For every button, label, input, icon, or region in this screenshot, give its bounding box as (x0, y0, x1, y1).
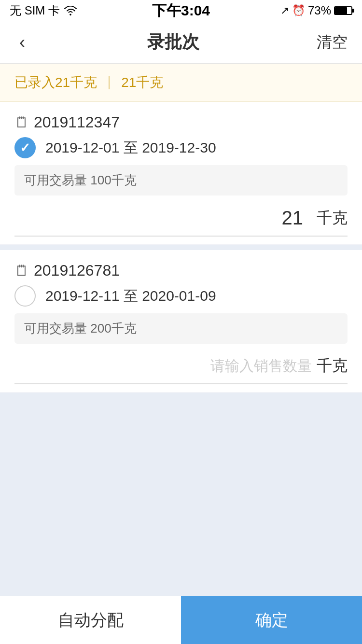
batch2-id: 2019126781 (34, 262, 120, 280)
batch1-unit: 千克 (317, 208, 348, 229)
summary-banner: 已录入21千克 21千克 (0, 64, 362, 102)
batch2-icon: 🗒 (14, 263, 29, 279)
summary-label: 已录入21千克 (14, 73, 97, 92)
status-bar-right: ↗ ⏰ 73% (280, 4, 352, 17)
page-title: 录批次 (147, 30, 199, 54)
batch1-icon: 🗒 (14, 114, 29, 131)
batch2-available: 可用交易量 200千克 (14, 313, 348, 344)
confirm-button[interactable]: 确定 (181, 596, 362, 644)
battery-icon (334, 6, 352, 15)
batch1-date: 2019-12-01 至 2019-12-30 (45, 138, 216, 158)
batch2-date: 2019-12-11 至 2020-01-09 (45, 286, 216, 306)
back-button[interactable]: ‹ (14, 28, 30, 57)
carrier-text: 无 SIM 卡 (10, 3, 60, 18)
batch1-radio[interactable] (14, 137, 36, 158)
clear-button[interactable]: 清空 (317, 32, 348, 53)
battery-percent: 73% (308, 4, 331, 17)
batch1-quantity-row: 21 千克 (14, 202, 348, 236)
nav-bar: ‹ 录批次 清空 (0, 21, 362, 64)
batch2-date-row[interactable]: 2019-12-11 至 2020-01-09 (14, 285, 348, 307)
empty-area (0, 393, 362, 615)
location-icon: ↗ (280, 4, 289, 17)
wifi-icon (64, 6, 77, 15)
section-separator (0, 245, 362, 250)
batch1-available: 可用交易量 100千克 (14, 165, 348, 196)
batch2-unit: 千克 (317, 355, 348, 377)
bottom-bar: 自动分配 确定 (0, 596, 362, 644)
batch1-id: 2019112347 (34, 113, 120, 131)
summary-divider (109, 76, 110, 89)
summary-value: 21千克 (121, 73, 163, 92)
batch1-quantity-value[interactable]: 21 (274, 207, 303, 229)
batch1-date-row[interactable]: 2019-12-01 至 2019-12-30 (14, 137, 348, 158)
batch1-card: 🗒 2019112347 2019-12-01 至 2019-12-30 可用交… (0, 102, 362, 244)
batch2-quantity-row: 请输入销售数量 千克 (14, 350, 348, 383)
auto-distribute-button[interactable]: 自动分配 (0, 596, 181, 644)
status-bar-left: 无 SIM 卡 (10, 3, 77, 18)
alarm-icon: ⏰ (292, 4, 305, 17)
batch2-radio[interactable] (14, 285, 36, 307)
batch2-quantity-placeholder[interactable]: 请输入销售数量 (210, 356, 312, 376)
batch2-card: 🗒 2019126781 2019-12-11 至 2020-01-09 可用交… (0, 250, 362, 392)
batch2-header: 🗒 2019126781 (14, 262, 348, 280)
status-time: 下午3:04 (152, 1, 210, 21)
batch1-header: 🗒 2019112347 (14, 113, 348, 131)
status-bar: 无 SIM 卡 下午3:04 ↗ ⏰ 73% (0, 0, 362, 21)
